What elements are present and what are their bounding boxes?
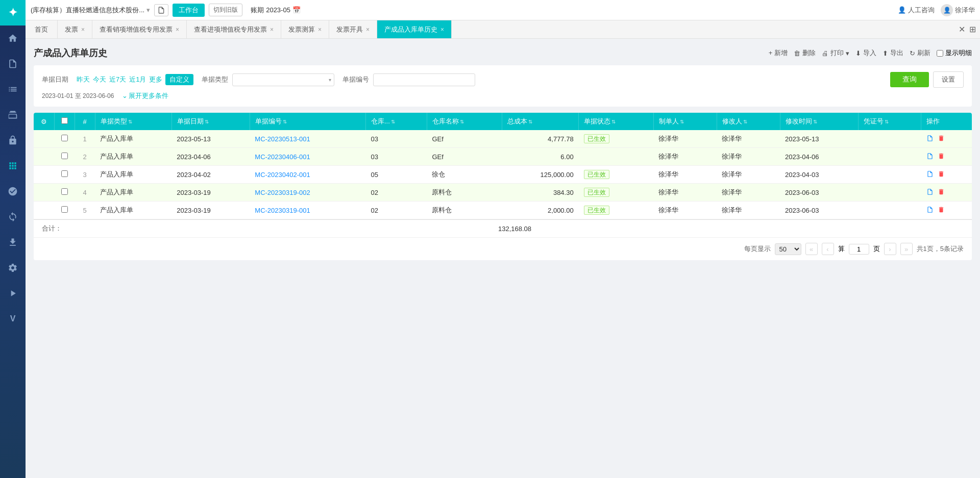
td-number-2[interactable]: MC-20230402-001 [250, 166, 365, 184]
tab-invoice-open[interactable]: 发票开具 × [329, 20, 377, 39]
th-type[interactable]: 单据类型⇅ [95, 113, 172, 130]
td-check-2[interactable] [54, 166, 75, 184]
workbench-button[interactable]: 工作台 [173, 4, 205, 17]
th-status[interactable]: 单据状态⇅ [579, 113, 654, 130]
delete-action-1[interactable] [938, 153, 945, 161]
delete-action-2[interactable] [938, 170, 945, 179]
th-number[interactable]: 单据编号⇅ [250, 113, 365, 130]
tab-view-output[interactable]: 查看销项增值税专用发票 × [92, 20, 187, 39]
th-modify-time[interactable]: 修改时间⇅ [780, 113, 858, 130]
record-link-3[interactable]: MC-20230319-002 [255, 189, 310, 196]
sidebar-item-download[interactable] [0, 230, 26, 255]
date-7days-btn[interactable]: 近7天 [109, 75, 126, 84]
view-action-2[interactable] [926, 170, 934, 179]
delete-action-0[interactable] [938, 135, 945, 143]
tab-view-input-close[interactable]: × [270, 26, 274, 33]
tab-product-history[interactable]: 产成品入库单历史 × [377, 20, 452, 39]
type-filter-select[interactable] [232, 73, 334, 86]
sidebar-item-home[interactable] [0, 26, 26, 51]
record-link-1[interactable]: MC-20230406-001 [255, 153, 310, 161]
export-button[interactable]: ⬆ 导出 [883, 48, 903, 58]
td-check-0[interactable] [54, 130, 75, 148]
td-check-4[interactable] [54, 202, 75, 219]
tab-view-input[interactable]: 查看进项增值税专用发票 × [187, 20, 281, 39]
sidebar-item-process[interactable] [0, 204, 26, 230]
print-button[interactable]: 🖨 打印 ▾ [822, 48, 849, 58]
refresh-button[interactable]: ↻ 刷新 [910, 48, 930, 58]
td-check-3[interactable] [54, 184, 75, 202]
help-button[interactable]: 👤 人工咨询 [898, 6, 935, 15]
th-warehouse-name[interactable]: 仓库名称⇅ [427, 113, 502, 130]
delete-action-4[interactable] [938, 206, 945, 215]
tab-invoice[interactable]: 发票 × [58, 20, 92, 39]
switch-version-button[interactable]: 切到旧版 [209, 4, 242, 16]
tab-view-output-close[interactable]: × [176, 26, 179, 33]
date-today-btn[interactable]: 今天 [93, 75, 106, 84]
row-checkbox-2[interactable] [61, 170, 68, 177]
number-filter-input[interactable] [373, 73, 475, 86]
row-checkbox-4[interactable] [61, 206, 68, 213]
column-settings-icon[interactable]: ⚙ [41, 118, 47, 125]
user-button[interactable]: 👤 徐泽华 [941, 4, 975, 16]
th-total-cost[interactable]: 总成本⇅ [502, 113, 578, 130]
record-link-0[interactable]: MC-20230513-001 [255, 135, 310, 143]
th-settings[interactable]: ⚙ [34, 113, 54, 130]
tab-home[interactable]: 首页 [26, 20, 58, 39]
sidebar-item-inventory[interactable] [0, 102, 26, 128]
sidebar-item-task[interactable] [0, 179, 26, 204]
view-action-1[interactable] [926, 153, 934, 161]
prev-page-button[interactable]: ‹ [822, 243, 834, 255]
tab-expand-button[interactable]: ⊞ [969, 24, 976, 34]
date-custom-btn[interactable]: 自定义 [165, 74, 193, 85]
th-warehouse-code[interactable]: 仓库...⇅ [365, 113, 427, 130]
delete-action-3[interactable] [938, 188, 945, 197]
tab-invoice-calc-close[interactable]: × [318, 26, 322, 33]
delete-button[interactable]: 🗑 删除 [794, 48, 816, 58]
view-action-3[interactable] [926, 188, 934, 197]
sidebar-item-module[interactable] [0, 153, 26, 179]
company-selector[interactable]: (库存核算）直播轻燃通信息技术股份... ▾ [31, 6, 150, 15]
td-number-3[interactable]: MC-20230319-002 [250, 184, 365, 202]
td-number-0[interactable]: MC-20230513-001 [250, 130, 365, 148]
query-button[interactable]: 查询 [890, 72, 929, 87]
th-date[interactable]: 单据日期⇅ [172, 113, 250, 130]
sidebar-item-lock[interactable] [0, 128, 26, 153]
show-detail-toggle[interactable]: 显示明细 [937, 48, 972, 58]
doc-button[interactable] [154, 4, 168, 16]
tab-close-all-button[interactable]: ✕ [959, 24, 965, 34]
th-modifier[interactable]: 修改人⇅ [717, 113, 780, 130]
show-detail-checkbox[interactable] [937, 50, 943, 57]
page-number-input[interactable] [849, 244, 869, 255]
tab-invoice-close[interactable]: × [81, 26, 85, 33]
next-page-button[interactable]: › [884, 243, 896, 255]
date-yesterday-btn[interactable]: 昨天 [77, 75, 90, 84]
record-link-4[interactable]: MC-20230319-001 [255, 207, 310, 214]
td-number-4[interactable]: MC-20230319-001 [250, 202, 365, 219]
date-1month-btn[interactable]: 近1月 [129, 75, 146, 84]
row-checkbox-1[interactable] [61, 153, 68, 159]
view-action-0[interactable] [926, 135, 934, 143]
sidebar-item-doc[interactable] [0, 51, 26, 77]
th-voucher[interactable]: 凭证号⇅ [858, 113, 921, 130]
last-page-button[interactable]: » [900, 243, 913, 255]
expand-filter-btn[interactable]: ⌄ 展开更多条件 [122, 91, 168, 100]
first-page-button[interactable]: « [805, 243, 818, 255]
per-page-select[interactable]: 50 10 20 100 [775, 243, 801, 255]
import-button[interactable]: ⬇ 导入 [855, 48, 876, 58]
select-all-checkbox[interactable] [61, 117, 68, 124]
sidebar-item-report[interactable] [0, 77, 26, 102]
record-link-2[interactable]: MC-20230402-001 [255, 171, 310, 179]
view-action-4[interactable] [926, 206, 934, 215]
tab-invoice-calc[interactable]: 发票测算 × [281, 20, 329, 39]
td-check-1[interactable] [54, 148, 75, 166]
date-more-btn[interactable]: 更多 [149, 75, 162, 84]
row-checkbox-3[interactable] [61, 188, 68, 195]
tab-invoice-open-close[interactable]: × [366, 26, 370, 33]
sidebar-item-settings[interactable] [0, 255, 26, 281]
calendar-icon[interactable]: 📅 [292, 6, 301, 14]
row-checkbox-0[interactable] [61, 135, 68, 141]
new-button[interactable]: + 新增 [769, 48, 788, 58]
th-check[interactable] [54, 113, 75, 130]
td-number-1[interactable]: MC-20230406-001 [250, 148, 365, 166]
tab-product-history-close[interactable]: × [440, 26, 444, 33]
